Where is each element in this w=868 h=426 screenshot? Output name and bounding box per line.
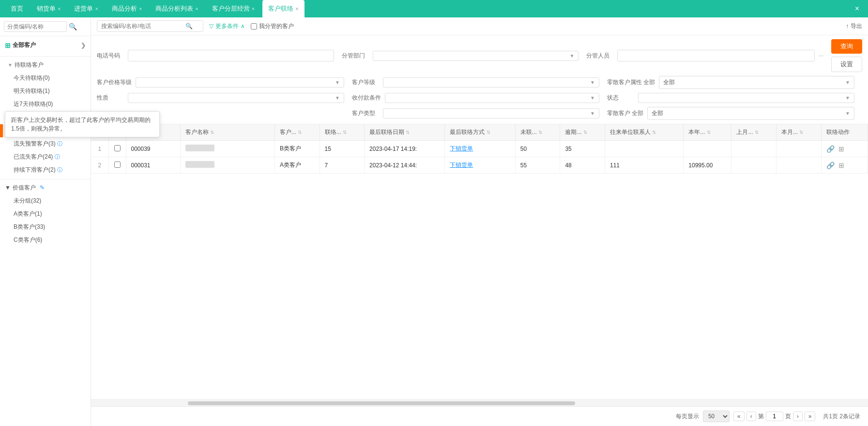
- sort-arrows-last-month: ⇅: [755, 130, 759, 135]
- col-last-method[interactable]: 最后联络方式 ⇅: [445, 124, 516, 141]
- filter-bar: 🔍 ▽ 更多条件 ∧ 我分管的客户 ↑ 导出: [91, 17, 868, 35]
- scatter-attr-value: 全部: [663, 78, 675, 87]
- col-last-month[interactable]: 上月... ⇅: [731, 124, 777, 141]
- filter-row-dept: 分管部门 ▼: [342, 51, 579, 61]
- nav-tab-客户联络[interactable]: 客户联络×: [262, 0, 304, 17]
- col-this-year[interactable]: 本年... ⇅: [684, 124, 731, 141]
- col-contact-person[interactable]: 往来单位联系人 ⇅: [605, 124, 683, 141]
- row-last-method[interactable]: 下销货单: [445, 157, 516, 174]
- row-type: B类客户: [274, 141, 320, 157]
- all-customers-item[interactable]: ⊞ 全部客户 ❯: [0, 38, 91, 52]
- close-all-button[interactable]: ×: [851, 4, 863, 13]
- col-last-date[interactable]: 最后联络日期 ⇅: [365, 124, 445, 141]
- sidebar-item-明天待联络(1)[interactable]: 明天待联络(1): [0, 85, 91, 98]
- col-name[interactable]: 客户名称 ⇅: [180, 124, 274, 141]
- payment-label: 收付款条件: [352, 94, 381, 102]
- sidebar-group-pending[interactable]: ▼ 待联络客户: [0, 59, 91, 72]
- chevron-down-icon-9: ▼: [845, 111, 850, 116]
- customer-level-select[interactable]: ▼: [383, 77, 599, 88]
- main-search-input[interactable]: [101, 23, 183, 29]
- next-page-button[interactable]: ›: [793, 411, 803, 421]
- row-last-month: [731, 157, 777, 174]
- tab-close-icon[interactable]: ×: [295, 6, 298, 12]
- chevron-down-icon-4: ▼: [845, 80, 850, 85]
- nature-select[interactable]: ▼: [128, 93, 344, 103]
- my-customers-checkbox-area[interactable]: 我分管的客户: [251, 22, 294, 30]
- prev-page-button[interactable]: ‹: [746, 411, 756, 421]
- last-method-link[interactable]: 下销货单: [450, 162, 473, 168]
- sidebar-item-未分组(32)[interactable]: 未分组(32): [0, 194, 91, 207]
- my-customers-checkbox[interactable]: [251, 23, 257, 29]
- sidebar-item-近7天待联络(0)[interactable]: 近7天待联络(0): [0, 98, 91, 111]
- scatter-customer-select[interactable]: 全部 ▼: [647, 107, 854, 120]
- all-customers-label: 全部客户: [13, 41, 36, 49]
- col-type[interactable]: 客户... ⇅: [274, 124, 320, 141]
- phone-input[interactable]: [128, 50, 334, 61]
- sidebar-item-B类客户(33)[interactable]: B类客户(33): [0, 220, 91, 234]
- sidebar-group-value[interactable]: ▼ 价值客户 ✎: [0, 181, 91, 194]
- row-this-year: [684, 141, 731, 157]
- tab-close-icon[interactable]: ×: [58, 6, 61, 12]
- action-link-icon[interactable]: 🔗: [826, 145, 835, 153]
- main-search-icon[interactable]: 🔍: [185, 23, 193, 29]
- last-method-link[interactable]: 下销货单: [450, 145, 473, 152]
- export-button[interactable]: ↑ 导出: [846, 22, 862, 30]
- table-header-row: ⚙ 客户编码 ⇅ 客户名称 ⇅ 客户... ⇅ 联络... ⇅ 最后联络日期 ⇅…: [91, 124, 868, 141]
- sidebar-item-A类客户(1)[interactable]: A类客户(1): [0, 207, 91, 220]
- table-row: 2 000031 A类客户 7 2023-04-12 14:44: 下销货单 5…: [91, 157, 868, 174]
- page-input[interactable]: [766, 411, 783, 421]
- dept-select[interactable]: ▼: [373, 51, 579, 61]
- table-row: 1 000039 B类客户 15 2023-04-17 14:19: 下销货单 …: [91, 141, 868, 157]
- tab-close-icon[interactable]: ×: [252, 6, 255, 12]
- sidebar-search-icon[interactable]: 🔍: [69, 23, 77, 30]
- action-grid-icon[interactable]: ⊞: [838, 145, 844, 153]
- row-last-method[interactable]: 下销货单: [445, 141, 516, 157]
- col-this-month[interactable]: 本月... ⇅: [777, 124, 822, 141]
- scroll-thumb[interactable]: [188, 401, 575, 405]
- settings-button[interactable]: 设置: [831, 57, 862, 72]
- action-link-icon[interactable]: 🔗: [826, 162, 835, 169]
- payment-select[interactable]: ▼: [385, 93, 599, 103]
- collapse-sidebar-button[interactable]: ❯: [81, 42, 86, 49]
- customer-type-select[interactable]: ▼: [383, 108, 599, 118]
- row-num: 1: [91, 141, 108, 157]
- nav-tab-客户分层经营[interactable]: 客户分层经营×: [206, 0, 260, 17]
- row-checkbox[interactable]: [114, 162, 121, 168]
- sidebar-item-今天待联络(0)[interactable]: 今天待联络(0): [0, 72, 91, 85]
- sidebar-item-C类客户(6)[interactable]: C类客户(6): [0, 234, 91, 247]
- more-conditions-label: 更多条件: [215, 22, 239, 30]
- nav-tab-商品分析列表[interactable]: 商品分析列表×: [150, 0, 204, 17]
- per-page-select[interactable]: 50 100 200: [703, 411, 730, 422]
- person-dots[interactable]: ···: [819, 52, 823, 59]
- sidebar-item-流失预警客户(3)[interactable]: 流失预警客户(3) ⓘ: [0, 137, 91, 150]
- price-level-select[interactable]: ▼: [136, 77, 344, 88]
- sidebar-item-持续下滑客户(2)[interactable]: 持续下滑客户(2) ⓘ: [0, 163, 91, 176]
- action-grid-icon[interactable]: ⊞: [838, 162, 844, 169]
- nav-tab-销货单[interactable]: 销货单×: [31, 0, 66, 17]
- tab-close-icon[interactable]: ×: [139, 6, 142, 12]
- edit-icon[interactable]: ✎: [40, 184, 45, 191]
- col-contact-count[interactable]: 联络... ⇅: [320, 124, 365, 141]
- sidebar-search-input[interactable]: [4, 21, 67, 32]
- nav-tab-商品分析[interactable]: 商品分析×: [106, 0, 148, 17]
- row-checkbox[interactable]: [114, 145, 121, 151]
- query-button[interactable]: 查询: [831, 39, 862, 54]
- first-page-button[interactable]: «: [733, 411, 745, 421]
- sidebar-item-已流失客户(24)[interactable]: 已流失客户(24) ⓘ: [0, 150, 91, 163]
- row-type: A类客户: [274, 157, 320, 174]
- last-page-button[interactable]: »: [805, 411, 816, 421]
- tab-close-icon[interactable]: ×: [195, 6, 198, 12]
- tab-close-icon[interactable]: ×: [95, 6, 98, 12]
- row-this-year: 10995.00: [684, 157, 731, 174]
- person-input[interactable]: [617, 50, 815, 61]
- tooltip-box: 距客户上次交易时长，超过了此客户的平均交易周期的1.5倍，则视为异常。: [5, 111, 160, 137]
- status-select[interactable]: ▼: [638, 93, 854, 103]
- horizontal-scrollbar[interactable]: [91, 399, 868, 406]
- nav-tab-首页[interactable]: 首页: [5, 0, 29, 17]
- nav-tab-进货单[interactable]: 进货单×: [68, 0, 104, 17]
- row-no-contact: 55: [515, 157, 560, 174]
- scatter-attr-select[interactable]: 全部 ▼: [659, 76, 854, 89]
- more-conditions-button[interactable]: ▽ 更多条件 ∧: [209, 22, 245, 30]
- col-overdue[interactable]: 逾期... ⇅: [560, 124, 605, 141]
- col-no-contact[interactable]: 未联... ⇅: [515, 124, 560, 141]
